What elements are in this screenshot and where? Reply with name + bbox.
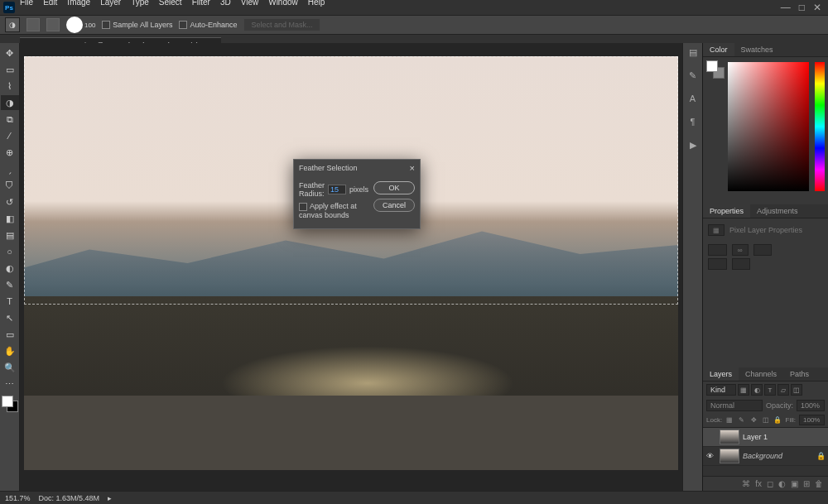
- move-tool[interactable]: ✥: [1, 46, 19, 60]
- history-panel-icon[interactable]: ▤: [686, 46, 700, 58]
- window-minimize-button[interactable]: —: [781, 2, 791, 13]
- menu-filter[interactable]: Filter: [192, 0, 210, 7]
- zoom-level[interactable]: 151.7%: [5, 494, 31, 502]
- canvas-area[interactable]: [20, 43, 682, 491]
- hue-slider[interactable]: [815, 62, 825, 191]
- layer-thumbnail[interactable]: [720, 449, 739, 463]
- gradient-tool[interactable]: ▤: [1, 228, 19, 242]
- menu-edit[interactable]: Edit: [43, 0, 57, 7]
- healing-brush-tool[interactable]: ⊕: [1, 145, 19, 160]
- dialog-titlebar[interactable]: Feather Selection ×: [294, 160, 420, 176]
- y-field[interactable]: [732, 258, 751, 270]
- menu-view[interactable]: View: [241, 0, 259, 7]
- actions-panel-icon[interactable]: ▶: [686, 139, 700, 151]
- filter-shape-icon[interactable]: ▱: [777, 384, 789, 396]
- filter-smart-icon[interactable]: ◫: [791, 384, 802, 396]
- menu-file[interactable]: File: [20, 0, 33, 7]
- lasso-tool[interactable]: ⌇: [1, 79, 19, 94]
- history-brush-tool[interactable]: ↺: [1, 194, 19, 209]
- brushes-panel-icon[interactable]: ✎: [686, 70, 700, 81]
- hand-tool[interactable]: ✋: [1, 343, 19, 358]
- eraser-tool[interactable]: ◧: [1, 211, 19, 226]
- properties-tab[interactable]: Properties: [703, 204, 750, 218]
- filter-type-icon[interactable]: T: [764, 384, 776, 396]
- fill-field[interactable]: 100%: [799, 415, 825, 425]
- crop-tool[interactable]: ⧉: [1, 112, 19, 127]
- paragraph-panel-icon[interactable]: ¶: [686, 116, 700, 127]
- lock-all-icon[interactable]: 🔒: [773, 415, 782, 425]
- layer-mask-icon[interactable]: ◻: [767, 479, 773, 488]
- menu-window[interactable]: Window: [268, 0, 298, 7]
- new-layer-icon[interactable]: ⊞: [803, 479, 810, 488]
- layer-name-label[interactable]: Background: [743, 452, 813, 460]
- window-close-button[interactable]: ✕: [813, 2, 821, 13]
- menu-image[interactable]: Image: [67, 0, 90, 7]
- color-field-picker[interactable]: [728, 62, 809, 191]
- brush-tool[interactable]: ˏ: [1, 161, 19, 176]
- adjustment-layer-icon[interactable]: ◐: [778, 479, 786, 488]
- pen-tool[interactable]: ✎: [1, 277, 19, 292]
- add-to-selection-button[interactable]: [26, 18, 40, 31]
- feather-radius-input[interactable]: [328, 185, 346, 194]
- menu-type[interactable]: Type: [131, 0, 149, 7]
- doc-size-info[interactable]: Doc: 1.63M/5.48M: [39, 494, 100, 502]
- layer-name-label[interactable]: Layer 1: [743, 433, 825, 441]
- adjustments-tab[interactable]: Adjustments: [750, 204, 805, 218]
- subtract-from-selection-button[interactable]: [46, 18, 60, 31]
- layer-row[interactable]: 👁 Background 🔒: [703, 447, 828, 466]
- layer-filter-dropdown[interactable]: Kind: [706, 384, 736, 396]
- select-and-mask-button[interactable]: Select and Mask...: [243, 18, 320, 31]
- clone-stamp-tool[interactable]: ⛉: [1, 178, 19, 193]
- color-panel-fg-swatch[interactable]: [706, 60, 718, 72]
- menu-select[interactable]: Select: [159, 0, 182, 7]
- layer-thumbnail[interactable]: [720, 430, 739, 444]
- paths-tab[interactable]: Paths: [783, 367, 816, 381]
- link-layers-icon[interactable]: ⌘: [742, 479, 750, 488]
- eyedropper-tool[interactable]: ⁄: [1, 128, 19, 143]
- channels-tab[interactable]: Channels: [739, 367, 783, 381]
- auto-enhance-checkbox[interactable]: Auto-Enhance: [179, 21, 237, 30]
- ok-button[interactable]: OK: [373, 181, 415, 194]
- width-field[interactable]: [708, 244, 727, 256]
- swatches-tab[interactable]: Swatches: [734, 43, 780, 56]
- brush-preview[interactable]: [66, 17, 83, 33]
- foreground-background-swatches[interactable]: [2, 396, 18, 412]
- sample-all-layers-checkbox[interactable]: Sample All Layers: [102, 21, 172, 30]
- layer-visibility-icon[interactable]: 👁: [706, 452, 716, 460]
- cancel-button[interactable]: Cancel: [373, 199, 415, 212]
- color-panel-fgbg-swatches[interactable]: [706, 60, 724, 79]
- height-field[interactable]: [753, 244, 773, 256]
- lock-transparency-icon[interactable]: ▦: [725, 415, 734, 425]
- link-dimensions-icon[interactable]: ∞: [732, 244, 749, 256]
- lock-artboard-icon[interactable]: ◫: [762, 415, 770, 425]
- x-field[interactable]: [708, 258, 727, 270]
- status-arrow-icon[interactable]: ▸: [108, 494, 112, 502]
- blend-mode-dropdown[interactable]: Normal: [706, 400, 763, 411]
- menu-layer[interactable]: Layer: [100, 0, 121, 7]
- layer-row[interactable]: Layer 1: [703, 428, 828, 447]
- shape-tool[interactable]: ▭: [1, 327, 19, 342]
- lock-pixels-icon[interactable]: ✎: [738, 415, 746, 425]
- dodge-tool[interactable]: ◐: [1, 261, 19, 276]
- filter-adjustment-icon[interactable]: ◐: [751, 384, 763, 396]
- tool-preset-picker[interactable]: ◑: [5, 17, 20, 32]
- color-tab[interactable]: Color: [703, 43, 734, 56]
- edit-toolbar-button[interactable]: ⋯: [1, 377, 19, 391]
- foreground-color-swatch[interactable]: [2, 396, 13, 407]
- dialog-close-icon[interactable]: ×: [410, 163, 415, 173]
- window-maximize-button[interactable]: □: [799, 2, 805, 13]
- path-selection-tool[interactable]: ↖: [1, 310, 19, 325]
- layer-style-icon[interactable]: fx: [755, 479, 762, 488]
- opacity-field[interactable]: 100%: [797, 400, 825, 411]
- character-panel-icon[interactable]: A: [686, 93, 700, 104]
- filter-pixel-icon[interactable]: ▦: [738, 384, 749, 396]
- layer-group-icon[interactable]: ▣: [791, 479, 798, 488]
- lock-position-icon[interactable]: ✥: [749, 415, 758, 425]
- menu-help[interactable]: Help: [308, 0, 325, 7]
- marquee-tool[interactable]: ▭: [1, 62, 19, 77]
- zoom-tool[interactable]: 🔍: [1, 360, 19, 375]
- quick-selection-tool[interactable]: ◑: [1, 95, 19, 110]
- apply-at-canvas-bounds-checkbox[interactable]: Apply effect at canvas bounds: [299, 202, 368, 219]
- type-tool[interactable]: T: [1, 294, 19, 309]
- delete-layer-icon[interactable]: 🗑: [815, 479, 823, 488]
